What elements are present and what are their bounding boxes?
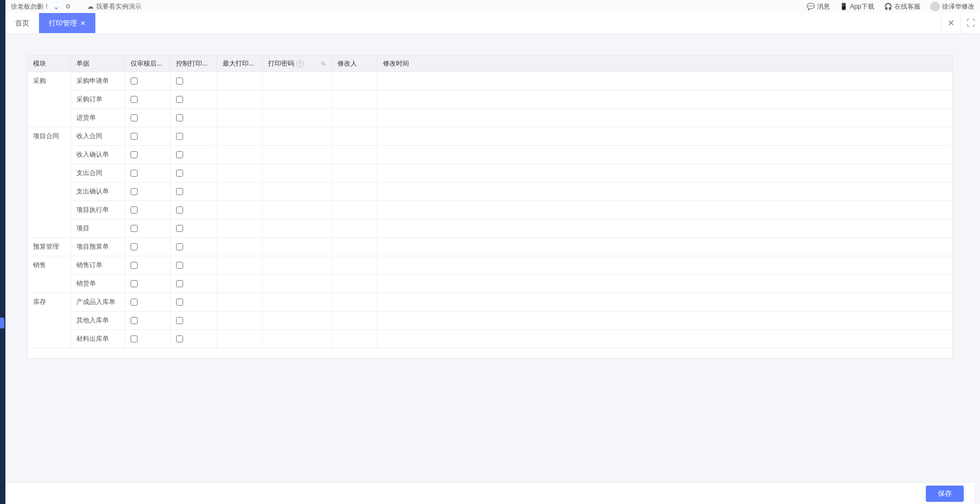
- control-checkbox[interactable]: [176, 96, 183, 103]
- cloud-icon: ☁: [87, 3, 94, 10]
- cell-doc: 销货单: [71, 275, 125, 293]
- cell-modifier: [332, 219, 378, 238]
- audit-checkbox[interactable]: [131, 262, 138, 269]
- cell-audit: [125, 219, 171, 238]
- control-checkbox[interactable]: [176, 280, 183, 287]
- cell-modifier: [332, 183, 378, 201]
- control-checkbox[interactable]: [176, 170, 183, 177]
- control-checkbox[interactable]: [176, 206, 183, 214]
- org-selector[interactable]: 徐老板勿删！ ⌄: [11, 2, 60, 11]
- cell-time: [378, 183, 952, 201]
- audit-checkbox[interactable]: [131, 317, 138, 324]
- audit-checkbox[interactable]: [131, 151, 138, 158]
- audit-checkbox[interactable]: [131, 335, 138, 343]
- control-checkbox[interactable]: [176, 335, 183, 343]
- cell-max: [217, 330, 263, 348]
- fullscreen-toggle[interactable]: ⛶: [960, 13, 980, 33]
- control-checkbox[interactable]: [176, 133, 183, 140]
- cell-audit: [125, 256, 171, 275]
- audit-checkbox[interactable]: [131, 280, 138, 287]
- cell-control: [171, 183, 217, 201]
- avatar: [930, 2, 940, 11]
- cell-control: [171, 238, 217, 256]
- audit-checkbox[interactable]: [131, 188, 138, 195]
- audit-checkbox[interactable]: [131, 133, 138, 140]
- control-checkbox[interactable]: [176, 299, 183, 306]
- gear-icon[interactable]: ⚙: [65, 3, 71, 10]
- cell-max: [217, 109, 263, 127]
- cell-time: [378, 293, 952, 312]
- control-checkbox[interactable]: [176, 77, 183, 85]
- cell-module: [28, 312, 71, 330]
- cell-max: [217, 256, 263, 275]
- save-button[interactable]: 保存: [926, 486, 964, 502]
- tab-home[interactable]: 首页: [5, 13, 39, 33]
- control-checkbox[interactable]: [176, 188, 183, 195]
- cell-modifier: [332, 312, 378, 330]
- headset-icon: 🎧: [884, 3, 892, 10]
- cell-control: [171, 72, 217, 91]
- control-checkbox[interactable]: [176, 243, 183, 250]
- cell-max: [217, 275, 263, 293]
- message-icon: 💬: [807, 3, 815, 10]
- app-download-link[interactable]: 📱 App下载: [840, 2, 874, 11]
- cell-control: [171, 293, 217, 312]
- demo-link[interactable]: ☁ 我要看实例演示: [87, 2, 141, 11]
- close-icon[interactable]: ✕: [80, 20, 86, 27]
- audit-checkbox[interactable]: [131, 77, 138, 85]
- cell-module: [28, 183, 71, 201]
- table-row: 销售销售订单: [28, 256, 952, 275]
- support-link[interactable]: 🎧 在线客服: [884, 2, 920, 11]
- cell-control: [171, 256, 217, 275]
- cell-doc: 其他入库单: [71, 312, 125, 330]
- cell-audit: [125, 146, 171, 164]
- audit-checkbox[interactable]: [131, 170, 138, 177]
- cell-audit: [125, 72, 171, 91]
- audit-checkbox[interactable]: [131, 114, 138, 121]
- audit-checkbox[interactable]: [131, 299, 138, 306]
- cell-modifier: [332, 146, 378, 164]
- support-label: 在线客服: [894, 2, 920, 11]
- edit-icon[interactable]: ✎: [321, 60, 326, 68]
- cell-audit: [125, 312, 171, 330]
- cell-doc: 采购申请单: [71, 72, 125, 91]
- audit-checkbox[interactable]: [131, 96, 138, 103]
- messages-link[interactable]: 💬 消息: [807, 2, 830, 11]
- cell-control: [171, 127, 217, 146]
- cell-max: [217, 164, 263, 183]
- cell-audit: [125, 127, 171, 146]
- table-row: 支出合同: [28, 164, 952, 183]
- control-checkbox[interactable]: [176, 317, 183, 324]
- app-label: App下载: [850, 2, 874, 11]
- tab-home-label: 首页: [15, 18, 29, 28]
- cell-control: [171, 201, 217, 219]
- tab-print-manage[interactable]: 打印管理 ✕: [39, 13, 95, 33]
- left-sidebar-edge: [0, 0, 5, 504]
- control-checkbox[interactable]: [176, 151, 183, 158]
- cell-password: [263, 72, 332, 91]
- cell-audit: [125, 91, 171, 109]
- table-row: 销货单: [28, 275, 952, 293]
- cell-doc: 支出确认单: [71, 183, 125, 201]
- audit-checkbox[interactable]: [131, 225, 138, 232]
- user-name: 徐泽华修改: [942, 2, 975, 11]
- control-checkbox[interactable]: [176, 225, 183, 232]
- header-max: 最大打印...: [217, 56, 263, 72]
- control-checkbox[interactable]: [176, 262, 183, 269]
- control-checkbox[interactable]: [176, 114, 183, 121]
- audit-checkbox[interactable]: [131, 243, 138, 250]
- table-row: 收入确认单: [28, 146, 952, 164]
- cell-audit: [125, 275, 171, 293]
- help-icon[interactable]: ?: [296, 60, 304, 68]
- cell-doc: 项目执行单: [71, 201, 125, 219]
- user-menu[interactable]: 徐泽华修改: [930, 2, 975, 11]
- cell-modifier: [332, 238, 378, 256]
- cell-control: [171, 330, 217, 348]
- cell-password: [263, 330, 332, 348]
- close-all-tabs[interactable]: ✕: [941, 13, 960, 33]
- cell-module: [28, 330, 71, 348]
- cell-password: [263, 219, 332, 238]
- cell-module: [28, 201, 71, 219]
- cell-doc: 收入确认单: [71, 146, 125, 164]
- audit-checkbox[interactable]: [131, 206, 138, 214]
